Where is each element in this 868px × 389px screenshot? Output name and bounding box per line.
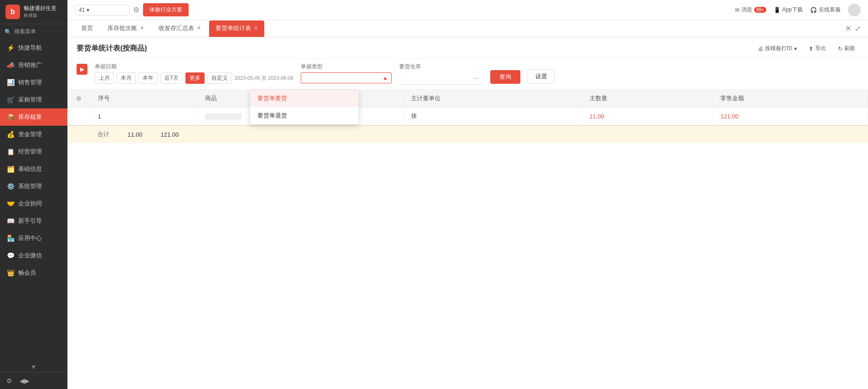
member-icon: 👑	[6, 269, 15, 277]
dropdown-item-order[interactable]: 要货单要货	[250, 90, 359, 107]
tab-close-icon[interactable]: ✕	[254, 25, 258, 31]
tab-receive-send[interactable]: 收发存汇总表 ✕	[152, 20, 207, 37]
refresh-icon: ↻	[838, 46, 842, 52]
nav-label: 采购管理	[18, 96, 42, 104]
sidebar-item-purchase[interactable]: 🛒 采购管理	[0, 91, 67, 108]
refresh-label: 刷新	[844, 45, 855, 52]
chevron-up-icon: ▲	[382, 75, 388, 81]
sidebar-item-member[interactable]: 👑 畅会员	[0, 264, 67, 282]
nav-label: 基础信息	[18, 165, 42, 173]
sidebar-item-basic[interactable]: 🗂️ 基础信息	[0, 160, 67, 178]
expand-filter-button[interactable]: ▶	[77, 64, 87, 75]
page-title: 要货单统计表(按商品)	[77, 44, 147, 53]
print-button[interactable]: 🖨 按模板打印 ▾	[754, 43, 801, 54]
store-selector[interactable]: 41 ▾	[75, 5, 129, 15]
refresh-button[interactable]: ↻ 刷新	[834, 43, 859, 54]
tab-home[interactable]: 首页	[75, 20, 99, 37]
close-tab-button[interactable]: ✕	[845, 24, 851, 33]
inventory-icon: 📦	[6, 113, 15, 121]
sidebar-settings-icon[interactable]: ⚙	[6, 377, 12, 384]
this-year-btn[interactable]: 本年	[139, 72, 158, 84]
sidebar-collapse-icon[interactable]: ◀▶	[20, 377, 30, 384]
app-logo: b 畅捷通好生意 标准版	[0, 0, 67, 24]
bill-type-label: 单据类型	[301, 63, 392, 71]
export-button[interactable]: ⬆ 导出	[805, 43, 830, 54]
sidebar-item-quick-nav[interactable]: ⚡ 快捷导航	[0, 39, 67, 56]
last-month-btn[interactable]: 上月	[95, 72, 114, 84]
trial-button[interactable]: 体验行业方案	[143, 3, 189, 16]
system-icon: ⚙️	[6, 182, 15, 190]
dropdown-item-return[interactable]: 要货单退货	[250, 107, 359, 124]
user-avatar[interactable]	[848, 4, 861, 16]
messages-button[interactable]: ✉ 消息 99+	[735, 6, 766, 14]
chevron-down-icon: ▾	[794, 46, 797, 52]
sidebar-item-enterprise[interactable]: 🤝 企业协同	[0, 195, 67, 212]
export-label: 导出	[815, 45, 826, 52]
row-index: 1	[90, 107, 198, 125]
custom-date-btn[interactable]: 自定义	[207, 72, 232, 84]
tab-close-icon[interactable]: ✕	[197, 25, 201, 31]
sidebar-scroll-down[interactable]: ▼	[0, 362, 67, 372]
tab-label: 库存批次账	[108, 24, 137, 32]
nav-label: 营销推广	[18, 61, 42, 69]
tab-close-icon[interactable]: ✕	[140, 25, 144, 31]
message-icon: ✉	[735, 7, 740, 13]
column-settings-icon[interactable]: ⚙	[76, 95, 82, 102]
tab-inventory-batch[interactable]: 库存批次账 ✕	[101, 20, 150, 37]
app-download-button[interactable]: 📱 App下载	[774, 6, 803, 14]
maximize-tab-button[interactable]: ⤢	[855, 24, 861, 33]
topbar-settings-icon[interactable]: ⚙	[133, 5, 139, 14]
bill-type-input[interactable]	[305, 75, 380, 81]
phone-icon: 📱	[774, 7, 781, 13]
sidebar-item-system[interactable]: ⚙️ 系统管理	[0, 178, 67, 195]
nav-label: 企业协同	[18, 200, 42, 208]
sidebar-item-operations[interactable]: 📋 经营管理	[0, 143, 67, 160]
nav-label: 应用中心	[18, 234, 42, 242]
query-button[interactable]: 查询	[490, 70, 520, 84]
bill-type-dropdown[interactable]: ▲	[301, 72, 392, 83]
store-number: 41	[79, 7, 85, 13]
row-amount[interactable]: 121.00	[713, 107, 868, 125]
tab-order-stats[interactable]: 要货单统计表 ✕	[209, 20, 264, 37]
nav-label: 库存核算	[18, 113, 42, 121]
warehouse-dropdown[interactable]: ···	[399, 72, 483, 85]
footer-quantity: 11.00	[128, 131, 143, 138]
sidebar-item-inventory[interactable]: 📦 库存核算	[0, 108, 67, 126]
nav-label: 资金管理	[18, 130, 42, 138]
enterprise-icon: 🤝	[6, 200, 15, 208]
search-icon: 🔍	[5, 29, 11, 35]
row-unit: 块	[403, 107, 582, 125]
quick-nav-icon: ⚡	[6, 44, 15, 52]
online-service-label: 在线客服	[819, 6, 841, 14]
sidebar-item-marketing[interactable]: 📣 营销推广	[0, 56, 67, 74]
last-7-days-btn[interactable]: 近7天	[160, 72, 183, 84]
sidebar-item-appstore[interactable]: 🏪 应用中心	[0, 230, 67, 247]
col-quantity: 主数量	[582, 90, 713, 107]
row-quantity[interactable]: 11.00	[582, 107, 713, 125]
export-icon: ⬆	[809, 46, 813, 52]
sidebar-item-finance[interactable]: 💰 资金管理	[0, 126, 67, 143]
footer-amount: 121.00	[161, 131, 179, 138]
online-service-button[interactable]: 🎧 在线客服	[810, 6, 841, 14]
settings-button[interactable]: 设置	[528, 69, 555, 84]
sidebar-search[interactable]: 🔍 搜索菜单	[0, 24, 67, 39]
this-month-btn[interactable]: 本月	[117, 72, 136, 84]
sidebar-nav: ⚡ 快捷导航 📣 营销推广 📊 销售管理 🛒 采购管理 📦 库存核算 💰 资金管…	[0, 39, 67, 362]
col-unit: 主计量单位	[403, 90, 582, 107]
tab-label: 要货单统计表	[216, 24, 251, 32]
sidebar-item-wechat[interactable]: 💬 企业微信	[0, 247, 67, 264]
sidebar-item-guide[interactable]: 📖 新手引导	[0, 212, 67, 230]
headset-icon: 🎧	[810, 7, 817, 13]
tab-label: 首页	[81, 24, 93, 32]
sidebar-item-sales[interactable]: 📊 销售管理	[0, 74, 67, 91]
nav-label: 经营管理	[18, 148, 42, 156]
nav-label: 畅会员	[18, 269, 36, 277]
warehouse-label: 要货仓库	[399, 63, 483, 71]
more-options-icon[interactable]: ···	[473, 74, 479, 82]
warehouse-input[interactable]	[403, 75, 471, 82]
topbar: 41 ▾ ⚙ 体验行业方案 ✉ 消息 99+ 📱 App下载 🎧 在线客服	[67, 0, 868, 20]
more-dates-btn[interactable]: 更多	[185, 72, 205, 84]
date-filter-label: 单据日期	[95, 63, 293, 71]
sales-icon: 📊	[6, 78, 15, 87]
sidebar-bottom: ⚙ ◀▶	[0, 372, 67, 389]
